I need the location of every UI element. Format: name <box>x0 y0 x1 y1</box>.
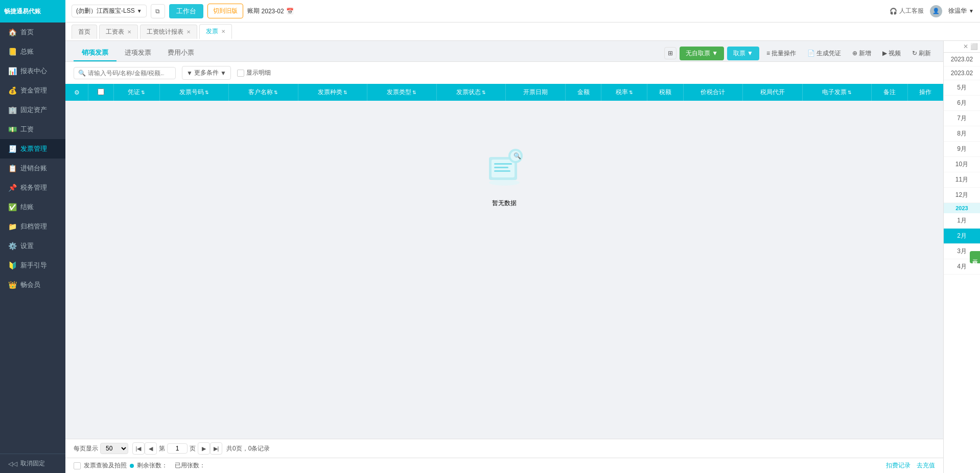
sidebar-item-发票管理[interactable]: 🧾发票管理 <box>0 139 65 159</box>
year2-month-item-1[interactable]: 2月 <box>944 229 980 244</box>
sidebar-item-资金管理[interactable]: 💰资金管理 <box>0 81 65 100</box>
th-sort-4[interactable]: 客户名称⇅ <box>248 88 278 97</box>
refresh-button[interactable]: ↻ 刷新 <box>908 47 935 60</box>
workspace-button[interactable]: 工作台 <box>169 4 203 18</box>
th-8: 开票日期 <box>506 84 565 101</box>
th-5[interactable]: 发票种类⇅ <box>298 84 367 101</box>
th-sort-3[interactable]: 发票号码⇅ <box>179 88 209 97</box>
batch-label: 批量操作 <box>772 49 796 58</box>
sidebar-item-畅会员[interactable]: 👑畅会员 <box>0 275 65 295</box>
sidebar-item-固定资产[interactable]: 🏢固定资产 <box>0 100 65 120</box>
month-item-7[interactable]: 12月 <box>944 188 980 203</box>
sidebar-item-归档管理[interactable]: 📁归档管理 <box>0 217 65 236</box>
th-sort-7[interactable]: 发票状态⇅ <box>456 88 486 97</box>
batch-op-button[interactable]: ≡ 批量操作 <box>762 47 800 60</box>
generate-cert-button[interactable]: 📄 生成凭证 <box>803 47 845 60</box>
subtab-费用小票[interactable]: 费用小票 <box>159 45 202 61</box>
per-page-select[interactable]: 501020100 <box>100 443 128 454</box>
prev-page-button[interactable]: ◀ <box>145 442 157 455</box>
th-sort-14[interactable]: 电子发票⇅ <box>822 88 852 97</box>
new-button[interactable]: ⊕ 新增 <box>848 47 875 60</box>
tab-首页[interactable]: 首页 <box>72 25 97 39</box>
th-3[interactable]: 发票号码⇅ <box>159 84 229 101</box>
expand-icon[interactable]: ⬜ <box>970 43 978 50</box>
tab-close-3[interactable]: ✕ <box>221 29 225 34</box>
subtab-销项发票[interactable]: 销项发票 <box>74 45 116 61</box>
show-detail-checkbox[interactable] <box>237 70 244 77</box>
th-2[interactable]: 凭证⇅ <box>113 84 159 101</box>
check-checkbox[interactable] <box>74 462 81 469</box>
th-sort-2[interactable]: 凭证⇅ <box>128 88 145 97</box>
show-detail-label[interactable]: 显示明细 <box>237 69 271 77</box>
bottom-bar: 发票查验及拍照 剩余张数： 已用张数： 扣费记录 去充值 <box>65 458 943 473</box>
th-7[interactable]: 发票状态⇅ <box>436 84 506 101</box>
sidebar-item-进销台账[interactable]: 📋进销台账 <box>0 159 65 178</box>
sidebar-item-首页[interactable]: 🏠首页 <box>0 22 65 42</box>
sidebar-item-结账[interactable]: ✅结账 <box>0 197 65 217</box>
select-all-checkbox[interactable] <box>98 88 104 95</box>
sidebar-item-总账[interactable]: 📒总账 <box>0 42 65 61</box>
sidebar-icon-10: 📁 <box>8 222 16 231</box>
svg-rect-4 <box>494 167 508 168</box>
sidebar-item-报表中心[interactable]: 📊报表中心 <box>0 61 65 81</box>
close-panel-icon[interactable]: ✕ <box>963 43 968 50</box>
month-item-5[interactable]: 10月 <box>944 157 980 172</box>
sidebar-icon-7: 📋 <box>8 164 16 172</box>
video-button[interactable]: ▶ 视频 <box>878 47 905 60</box>
service-button[interactable]: 🎧 人工客服 <box>890 7 924 15</box>
grid-view-icon[interactable]: ⊞ <box>664 47 676 59</box>
tab-工资表[interactable]: 工资表✕ <box>99 25 138 39</box>
switch-version-button[interactable]: 切到旧版 <box>207 4 243 18</box>
company-selector[interactable]: (勿删）江西服宝-LSS ▼ <box>72 5 147 17</box>
month-item-6[interactable]: 11月 <box>944 172 980 188</box>
search-input[interactable] <box>88 70 165 77</box>
user-menu[interactable]: 徐温华 ▼ <box>948 7 974 15</box>
last-page-button[interactable]: ▶| <box>210 442 222 455</box>
sidebar-bottom-pin[interactable]: ◁◁ 取消固定 <box>0 454 65 473</box>
date-entry-1[interactable]: 2023.02 <box>944 66 980 80</box>
year-2023-label[interactable]: 2023 <box>944 203 980 213</box>
more-filter-button[interactable]: ▼ 更多条件 ▼ <box>182 66 231 80</box>
th-sort-5[interactable]: 发票种类⇅ <box>318 88 347 97</box>
page-input[interactable] <box>167 443 188 454</box>
filter-icon: ▼ <box>186 70 193 77</box>
tab-发票[interactable]: 发票✕ <box>199 24 232 39</box>
tab-工资统计报表[interactable]: 工资统计报表✕ <box>140 25 197 39</box>
sidebar-item-工资[interactable]: 💵工资 <box>0 120 65 139</box>
tab-close-1[interactable]: ✕ <box>127 29 131 35</box>
sidebar-item-设置[interactable]: ⚙️设置 <box>0 236 65 256</box>
copy-button[interactable]: ⧉ <box>151 4 165 18</box>
remain-label: 剩余张数： <box>137 461 168 470</box>
month-item-2[interactable]: 7月 <box>944 111 980 126</box>
deduct-record-link[interactable]: 扣费记录 <box>886 461 911 470</box>
sidebar-item-新手引导[interactable]: 🔰新手引导 <box>0 256 65 275</box>
search-box[interactable]: 🔍 <box>74 67 176 79</box>
search-icon: 🔍 <box>78 70 86 77</box>
match-ticket-button[interactable]: 取票 ▼ <box>727 47 759 60</box>
topbar: (勿删）江西服宝-LSS ▼ ⧉ 工作台 切到旧版 账期 2023-02 📅 🎧… <box>65 0 980 22</box>
tab-close-2[interactable]: ✕ <box>186 29 191 35</box>
month-item-1[interactable]: 6月 <box>944 96 980 111</box>
month-item-4[interactable]: 9月 <box>944 142 980 157</box>
first-page-button[interactable]: |◀ <box>132 442 145 455</box>
open-date-btn[interactable]: 开账日期 <box>970 251 980 263</box>
sidebar-label-8: 税务管理 <box>20 183 47 192</box>
sidebar-item-税务管理[interactable]: 📌税务管理 <box>0 178 65 197</box>
month-item-3[interactable]: 8月 <box>944 126 980 142</box>
next-page-button[interactable]: ▶ <box>198 442 210 455</box>
svg-rect-2 <box>492 160 515 177</box>
date-entry-0[interactable]: 2023.02 <box>944 53 980 66</box>
th-14[interactable]: 电子发票⇅ <box>802 84 872 101</box>
subtab-进项发票[interactable]: 进项发票 <box>116 45 159 61</box>
headset-icon: 🎧 <box>890 8 897 15</box>
th-sort-10[interactable]: 税率⇅ <box>616 88 633 97</box>
th-10[interactable]: 税率⇅ <box>601 84 647 101</box>
recharge-link[interactable]: 去充值 <box>917 461 935 470</box>
date-panel-controls: ✕ ⬜ <box>944 41 980 53</box>
no-match-ticket-button[interactable]: 无自取票 ▼ <box>680 47 724 60</box>
th-sort-6[interactable]: 发票类型⇅ <box>387 88 416 97</box>
th-6[interactable]: 发票类型⇅ <box>367 84 437 101</box>
th-4[interactable]: 客户名称⇅ <box>229 84 298 101</box>
year2-month-item-0[interactable]: 1月 <box>944 213 980 229</box>
month-item-0[interactable]: 5月 <box>944 80 980 96</box>
